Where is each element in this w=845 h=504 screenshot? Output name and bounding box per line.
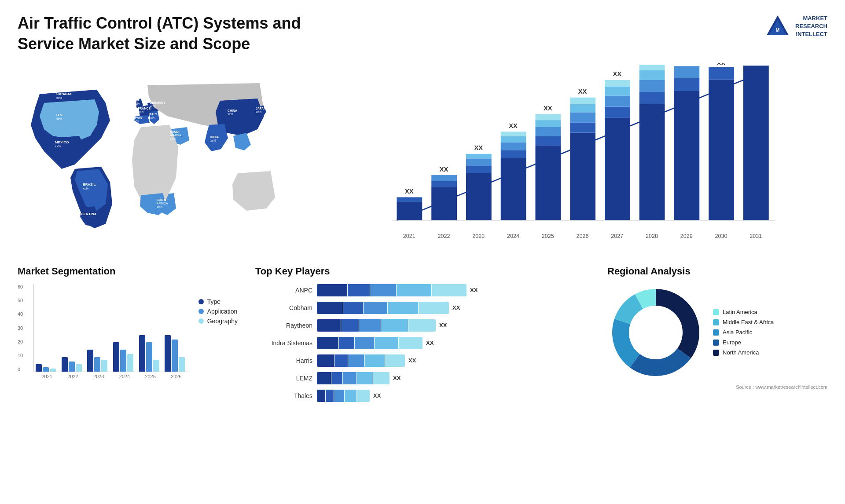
world-map-svg: CANADA xx% U.S. xx% MEXICO xx% BRAZIL xx…	[18, 63, 290, 248]
svg-rect-62	[536, 120, 561, 127]
player-bar-harris: XX	[317, 354, 590, 367]
x-label-2022: 2022	[61, 374, 84, 379]
svg-text:XX: XX	[647, 63, 656, 65]
player-row-thales: Thales XX	[255, 390, 590, 402]
north-america-color	[713, 350, 719, 356]
player-name-lemz: LEMZ	[255, 375, 312, 382]
seg-bar-group-2022	[62, 357, 85, 372]
segmentation-section: Market Segmentation 60 50 40 30 20 10 0	[18, 266, 238, 407]
svg-rect-84	[639, 65, 665, 70]
svg-text:M: M	[776, 28, 779, 33]
svg-rect-48	[466, 158, 492, 166]
svg-rect-73	[605, 117, 630, 220]
svg-rect-92	[709, 79, 734, 220]
player-label-raytheon: XX	[439, 322, 447, 329]
logo-area: M MARKET RESEARCH INTELLECT	[764, 13, 827, 40]
svg-text:MEXICO: MEXICO	[55, 140, 69, 144]
svg-text:2027: 2027	[611, 233, 623, 239]
middle-east-africa-color	[713, 319, 719, 325]
svg-rect-89	[674, 66, 700, 78]
players-bars: ANPC XX Cobham	[255, 284, 590, 402]
svg-text:xx%: xx%	[56, 96, 62, 99]
svg-text:XX: XX	[405, 188, 414, 195]
player-label-indra: XX	[426, 340, 434, 346]
svg-text:xx%: xx%	[83, 187, 88, 190]
svg-text:2021: 2021	[403, 233, 415, 239]
bottom-row: Market Segmentation 60 50 40 30 20 10 0	[18, 266, 827, 407]
svg-text:2031: 2031	[749, 233, 762, 239]
svg-rect-75	[605, 95, 630, 106]
svg-rect-56	[501, 131, 526, 136]
player-label-cobham: XX	[452, 304, 460, 311]
svg-text:U.S.: U.S.	[56, 113, 63, 117]
svg-rect-68	[570, 112, 595, 122]
segmentation-title: Market Segmentation	[18, 266, 238, 277]
svg-rect-55	[501, 136, 526, 142]
svg-text:XX: XX	[613, 70, 622, 77]
regional-title: Regional Analysis	[607, 266, 827, 277]
player-bar-cobham: XX	[317, 302, 590, 314]
seg-bar-group-2024	[113, 342, 136, 372]
svg-text:xx%: xx%	[210, 139, 216, 142]
svg-text:xx%: xx%	[157, 205, 162, 208]
svg-rect-77	[605, 80, 630, 86]
svg-point-105	[632, 308, 680, 357]
svg-text:xx%: xx%	[55, 145, 61, 148]
svg-text:xx%: xx%	[150, 105, 155, 108]
europe-color	[713, 340, 719, 346]
x-label-2021: 2021	[35, 374, 59, 379]
player-label-lemz: XX	[393, 375, 400, 381]
svg-rect-61	[536, 127, 561, 136]
asia-pacific-label: Asia Pacific	[723, 329, 752, 336]
svg-text:BRAZIL: BRAZIL	[83, 183, 96, 186]
donut-area: Latin America Middle East & Africa Asia …	[607, 284, 827, 381]
svg-text:GERMANY: GERMANY	[150, 101, 165, 104]
svg-rect-42	[431, 181, 457, 187]
svg-text:xx%: xx%	[228, 113, 233, 116]
svg-text:U.K.: U.K.	[134, 99, 140, 102]
player-bar-thales: XX	[317, 390, 590, 402]
latin-america-label: Latin America	[723, 309, 757, 315]
svg-rect-66	[570, 132, 595, 220]
svg-text:JAPAN: JAPAN	[256, 107, 266, 110]
player-label-anpc: XX	[470, 287, 478, 293]
svg-text:ARGENTINA: ARGENTINA	[76, 212, 97, 216]
svg-rect-76	[605, 86, 630, 95]
svg-rect-63	[536, 114, 561, 120]
svg-text:CANADA: CANADA	[56, 92, 72, 96]
type-legend-dot	[198, 299, 204, 304]
svg-text:SOUTH: SOUTH	[157, 198, 168, 201]
svg-rect-38	[397, 197, 422, 202]
player-bar-lemz: XX	[317, 372, 590, 384]
y-label-10: 10	[18, 353, 23, 358]
player-name-anpc: ANPC	[255, 287, 312, 294]
svg-rect-49	[466, 153, 492, 158]
svg-rect-59	[536, 145, 561, 220]
svg-text:SPAIN: SPAIN	[133, 116, 142, 119]
svg-rect-87	[674, 91, 700, 220]
svg-rect-93	[709, 67, 734, 79]
player-name-harris: Harris	[255, 357, 312, 364]
svg-rect-81	[639, 92, 665, 104]
player-label-thales: XX	[373, 392, 381, 399]
x-label-2026: 2026	[165, 374, 188, 379]
svg-rect-67	[570, 122, 595, 132]
growth-chart-svg: XX 2021 XX 2022 XX 2023 XX 2024	[308, 63, 827, 248]
middle-east-africa-label: Middle East & Africa	[723, 319, 774, 325]
svg-rect-41	[431, 187, 457, 220]
application-legend-label: Application	[207, 308, 238, 315]
legend-asia-pacific: Asia Pacific	[713, 329, 774, 336]
brand-logo-text: MARKET RESEARCH INTELLECT	[795, 15, 827, 39]
y-label-40: 40	[18, 311, 23, 317]
svg-text:ITALY: ITALY	[149, 113, 157, 116]
legend-europe: Europe	[713, 339, 774, 346]
geography-legend-label: Geography	[207, 318, 238, 325]
svg-rect-46	[466, 173, 492, 220]
world-map-section: CANADA xx% U.S. xx% MEXICO xx% BRAZIL xx…	[18, 63, 290, 248]
seg-bar-group-2023	[87, 350, 110, 372]
player-name-raytheon: Raytheon	[255, 322, 312, 329]
brand-logo-icon: M	[764, 13, 791, 40]
donut-chart-svg	[607, 284, 704, 381]
player-row-harris: Harris XX	[255, 354, 590, 367]
svg-text:SAUDI: SAUDI	[170, 130, 180, 133]
